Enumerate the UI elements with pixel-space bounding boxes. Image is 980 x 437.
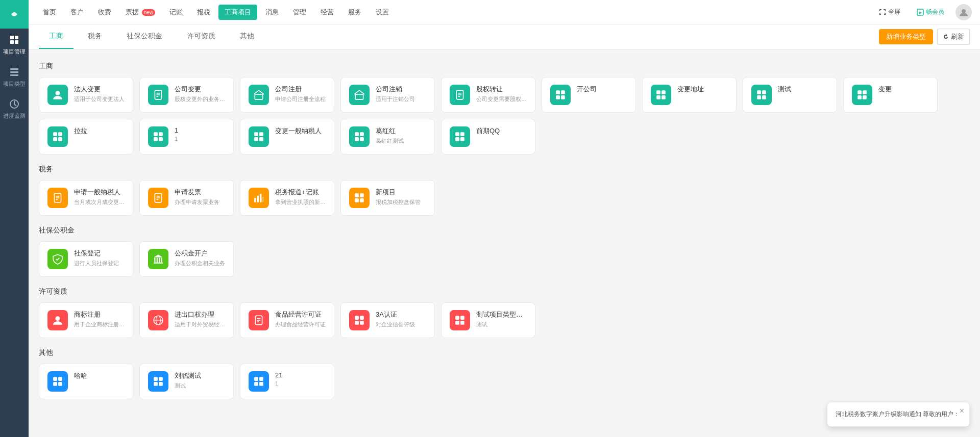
card-desc-liupengtest: 测试	[175, 382, 225, 390]
svg-rect-52	[360, 132, 364, 136]
nav-manage[interactable]: 管理	[287, 5, 312, 20]
nav-billing[interactable]: 收费	[92, 5, 117, 20]
card-company-change[interactable]: 公司变更 股权变更外的业务变更	[139, 77, 234, 113]
card-qqfront[interactable]: 前期QQ	[441, 119, 535, 155]
svg-rect-37	[857, 95, 862, 99]
tab-permit[interactable]: 许可资质	[177, 24, 226, 49]
card-provident-open[interactable]: 公积金开户 办理公积金相关业务	[139, 241, 234, 277]
card-info-haha: 哈哈	[74, 371, 125, 380]
svg-rect-51	[355, 132, 359, 136]
card-tax-report[interactable]: 税务报道+记账 拿到营业执照的新公司	[240, 180, 334, 216]
nav-account[interactable]: 记账	[163, 5, 189, 20]
svg-rect-50	[259, 137, 263, 141]
card-title-social-register: 社保登记	[74, 249, 125, 258]
svg-rect-99	[53, 382, 57, 386]
card-open-company[interactable]: 开公司	[542, 77, 636, 113]
card-desc-food-permit: 办理食品经营许可证	[275, 321, 326, 328]
card-import-export[interactable]: 进出口权办理 适用于对外贸易经营者	[139, 302, 234, 338]
tab-industrial[interactable]: 工商	[39, 24, 74, 49]
card-info-social-register: 社保登记 进行人员社保登记	[74, 249, 125, 267]
card-title-qqfront: 前期QQ	[476, 126, 527, 136]
card-company-register[interactable]: 公司注册 申请公司注册全流程	[240, 77, 334, 113]
nav-home[interactable]: 首页	[37, 5, 62, 20]
sidebar-item-progress-monitor[interactable]: 进度监测	[0, 93, 29, 125]
card-title-test: 测试	[778, 85, 828, 94]
card-desc-new-project: 报税加税控盘保管	[376, 198, 426, 206]
card-icon-apply-taxpayer	[47, 188, 68, 208]
tab-social[interactable]: 社保公积金	[116, 24, 173, 49]
svg-rect-30	[662, 95, 666, 99]
card-info-equity-transfer: 股权转让 公司变更需要股权转让	[476, 85, 527, 103]
svg-rect-4	[15, 40, 18, 44]
nav-industrial[interactable]: 工商项目	[218, 5, 257, 20]
card-twentyone[interactable]: 21 1	[240, 364, 334, 399]
fullscreen-btn[interactable]: 全屏	[874, 6, 905, 18]
card-trademark[interactable]: 商标注册 用于企业商标注册服务	[39, 302, 133, 338]
card-icon-legal-change	[47, 85, 68, 105]
card-apply-taxpayer[interactable]: 申请一般纳税人 当月或次月成变更完成	[39, 180, 133, 216]
svg-rect-107	[254, 382, 258, 386]
nav-operation[interactable]: 经营	[314, 5, 340, 20]
card-haha[interactable]: 哈哈	[39, 364, 133, 399]
card-icon-twentyone	[249, 371, 269, 392]
card-gehonghong[interactable]: 葛红红 葛红红测试	[340, 119, 435, 155]
nav-settings[interactable]: 设置	[370, 5, 395, 20]
card-icon-one	[148, 126, 168, 147]
card-test[interactable]: 测试	[743, 77, 837, 113]
notification-text: 河北税务数字账户升级影响通知 尊敬的用户：	[836, 409, 961, 419]
card-change-address[interactable]: 变更地址	[642, 77, 737, 113]
sidebar-item-project-manage[interactable]: 项目管理	[0, 29, 29, 61]
svg-rect-31	[757, 90, 761, 94]
tab-tax[interactable]: 税务	[78, 24, 112, 49]
card-test-type[interactable]: 测试项目类型目定义 测试	[441, 302, 535, 338]
avatar[interactable]	[955, 4, 972, 20]
svg-rect-90	[360, 316, 364, 320]
svg-rect-26	[561, 95, 565, 99]
card-3a-cert[interactable]: 3A认证 对企业信誉评级	[340, 302, 435, 338]
card-liupengtest[interactable]: 刘鹏测试 测试	[139, 364, 234, 399]
svg-rect-78	[161, 258, 162, 263]
card-food-permit[interactable]: 食品经营许可证 办理食品经营许可证	[240, 302, 334, 338]
card-info-twentyone: 21 1	[275, 371, 326, 387]
svg-rect-2	[15, 36, 18, 39]
nav-message[interactable]: 消息	[259, 5, 285, 20]
content-area: 工商 法人变更 适用于公司变更法人 公司变更 股权变更外的业务变更	[29, 49, 980, 418]
card-lala[interactable]: 拉拉	[39, 119, 133, 155]
card-icon-import-export	[148, 310, 168, 330]
card-icon-haha	[47, 371, 68, 392]
nav-customer[interactable]: 客户	[64, 5, 90, 20]
card-legal-change[interactable]: 法人变更 适用于公司变更法人	[39, 77, 133, 113]
card-icon-tax-report	[249, 188, 269, 208]
svg-rect-17	[255, 94, 262, 99]
svg-rect-71	[355, 193, 359, 197]
svg-rect-42	[58, 137, 62, 141]
refresh-icon	[943, 34, 949, 40]
member-btn[interactable]: ▶ 畅会员	[912, 6, 949, 18]
card-new-project[interactable]: 新项目 报税加税控盘保管	[340, 180, 435, 216]
svg-rect-98	[58, 377, 62, 381]
notification-close[interactable]: ×	[960, 406, 964, 416]
svg-rect-76	[157, 258, 158, 263]
card-change-taxpayer[interactable]: 变更一般纳税人	[240, 119, 334, 155]
tab-other[interactable]: 其他	[230, 24, 264, 49]
card-apply-invoice[interactable]: 申请发票 办理申请发票业务	[139, 180, 234, 216]
card-social-register[interactable]: 社保登记 进行人员社保登记	[39, 241, 133, 277]
card-company-cancel[interactable]: 公司注销 适用于注销公司	[340, 77, 435, 113]
refresh-button[interactable]: 刷新	[937, 29, 970, 45]
sidebar-logo[interactable]	[0, 0, 29, 29]
card-equity-transfer[interactable]: 股权转让 公司变更需要股权转让	[441, 77, 535, 113]
svg-rect-3	[10, 40, 14, 44]
card-icon-liupengtest	[148, 371, 168, 392]
svg-point-12	[56, 91, 60, 95]
svg-rect-54	[360, 137, 364, 141]
card-info-apply-invoice: 申请发票 办理申请发票业务	[175, 188, 225, 206]
new-type-button[interactable]: 新增业务类型	[879, 29, 933, 44]
sidebar-item-project-type[interactable]: 项目类型	[0, 61, 29, 93]
nav-service[interactable]: 服务	[342, 5, 368, 20]
card-one[interactable]: 1 1	[139, 119, 234, 155]
nav-tax[interactable]: 报税	[191, 5, 216, 20]
card-info-tax-report: 税务报道+记账 拿到营业执照的新公司	[275, 188, 326, 206]
nav-ticket[interactable]: 票据 new	[119, 5, 161, 20]
svg-point-11	[962, 9, 966, 13]
card-change[interactable]: 变更	[843, 77, 938, 113]
